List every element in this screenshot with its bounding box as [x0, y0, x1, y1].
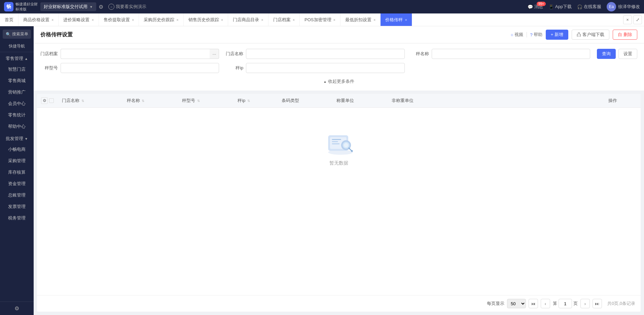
tab-home[interactable]: 首页	[0, 13, 19, 26]
scale-model-input[interactable]	[61, 63, 219, 73]
version-selector[interactable]: 好业财标准版交付试用 ▼	[40, 2, 96, 11]
close-icon[interactable]: ×	[405, 18, 407, 22]
delete-button[interactable]: 自 删除	[613, 30, 637, 40]
gear-icon[interactable]: ⚙	[0, 305, 34, 312]
tab-store-archive[interactable]: 门店档案 ×	[269, 13, 300, 26]
first-page-button[interactable]: ⏮	[529, 299, 538, 308]
prev-page-button[interactable]: ‹	[541, 299, 550, 308]
sort-icon[interactable]: ⇅	[197, 99, 200, 103]
svg-point-7	[351, 150, 353, 152]
tab-store-catalog[interactable]: 门店商品目录 ×	[228, 13, 268, 26]
sidebar-item-marketing[interactable]: 营销推广	[0, 86, 34, 98]
sidebar-group-wholesale: 批发管理 ▼	[0, 132, 34, 144]
col-barcode-type: 条码类型	[278, 94, 332, 108]
message-button[interactable]: 💬 消息 99+	[528, 4, 543, 10]
tab-purchase-history[interactable]: 采购历史价跟踪 ×	[139, 13, 183, 26]
help-link[interactable]: ? 帮助	[530, 32, 542, 38]
table-area: ⚙ 门店名称 ⇅ 秤名称 ⇅	[37, 94, 641, 312]
store-archive-input[interactable]	[61, 49, 210, 59]
close-icon[interactable]: ×	[176, 18, 178, 22]
demo-link[interactable]: ○ 我要看实例演示	[108, 4, 146, 10]
headset-icon: 🎧	[577, 4, 582, 9]
next-page-button[interactable]: ›	[580, 299, 590, 308]
logo: 畅 畅捷通好业财标准版	[4, 2, 38, 12]
user-menu[interactable]: Ea 徐泽华修改	[607, 2, 640, 11]
sidebar-item-help[interactable]: 帮助中心	[0, 121, 34, 132]
sidebar-search: 🔍 搜索菜单	[0, 26, 34, 41]
page-size-select[interactable]: 50 10 20 100	[507, 299, 526, 308]
pagination-info: 算 页	[553, 299, 578, 308]
sidebar-item-invoice[interactable]: 发票管理	[0, 201, 34, 212]
empty-state: 暂无数据	[37, 108, 641, 186]
close-icon[interactable]: ×	[373, 18, 375, 22]
video-icon: ○	[511, 32, 513, 37]
svg-line-6	[349, 148, 352, 151]
sidebar-item-tax[interactable]: 税务管理	[0, 212, 34, 224]
close-icon[interactable]: ×	[221, 18, 223, 22]
close-icon[interactable]: ×	[51, 18, 53, 22]
query-button[interactable]: 查询	[597, 49, 616, 59]
sidebar-group-retail-header[interactable]: 零售管理 ▲	[0, 52, 34, 64]
sidebar-item-retail-stats[interactable]: 零售统计	[0, 109, 34, 121]
pagination: 每页显示 50 10 20 100 ⏮ ‹ 算 页 › ⏭ 共0页,0条记录	[37, 295, 641, 312]
sidebar-item-smart-store[interactable]: 智慧门店	[0, 64, 34, 75]
sidebar-item-ecom[interactable]: 小畅电商	[0, 144, 34, 155]
sidebar-item-inventory[interactable]: 库存核算	[0, 167, 34, 178]
tab-min-discount[interactable]: 最低折扣设置 ×	[341, 13, 381, 26]
collapse-button[interactable]: ▲ 收起更多条件	[323, 78, 354, 84]
table-settings-icon[interactable]: ⚙	[41, 97, 48, 104]
table-header: ⚙ 门店名称 ⇅ 秤名称 ⇅	[37, 94, 641, 108]
search-menu-button[interactable]: 🔍 搜索菜单	[3, 30, 31, 39]
download-icon: 凸	[577, 32, 581, 38]
delete-icon: 自	[618, 32, 622, 38]
top-bar: 畅 畅捷通好业财标准版 好业财标准版交付试用 ▼ ⚙ ○ 我要看实例演示 💬 消…	[0, 0, 644, 13]
tab-price-scale[interactable]: 价格传秤 ×	[381, 13, 412, 26]
sidebar-item-quick-nav[interactable]: 快捷导航	[0, 41, 34, 52]
tab-bar: 首页 商品价格设置 × 进价策略设置 × 售价提取设置 × 采购历史价跟踪 × …	[0, 13, 644, 26]
tab-purchase-strategy[interactable]: 进价策略设置 ×	[59, 13, 99, 26]
sort-icon[interactable]: ⇅	[81, 99, 84, 103]
settings-icon[interactable]: ⚙	[96, 2, 106, 11]
scale-name-input[interactable]	[432, 49, 590, 59]
sidebar-item-finance[interactable]: 资金管理	[0, 178, 34, 189]
close-icon[interactable]: ×	[261, 18, 263, 22]
close-icon[interactable]: ×	[293, 18, 295, 22]
close-tab-button[interactable]: ×	[623, 15, 632, 24]
logo-text: 畅捷通好业财标准版	[15, 2, 38, 12]
setting-button[interactable]: 设置	[618, 49, 637, 59]
add-button[interactable]: + 新增	[546, 30, 568, 40]
sidebar-item-purchase[interactable]: 采购管理	[0, 155, 34, 167]
tab-sale-history[interactable]: 销售历史价跟踪 ×	[184, 13, 228, 26]
page-number-input[interactable]	[559, 299, 572, 308]
sort-icon[interactable]: ⇅	[142, 99, 144, 103]
last-page-button[interactable]: ⏭	[593, 299, 602, 308]
sidebar-group-wholesale-header[interactable]: 批发管理 ▼	[0, 132, 34, 144]
store-archive-input-wrapper: ···	[61, 49, 219, 59]
online-service-button[interactable]: 🎧 在线客服	[577, 4, 601, 10]
maximize-tab-button[interactable]: ⤢	[633, 15, 642, 24]
store-archive-more-button[interactable]: ···	[210, 49, 219, 59]
close-icon[interactable]: ×	[132, 18, 134, 22]
close-icon[interactable]: ×	[333, 18, 335, 22]
scale-ip-field: 秤ip	[226, 63, 404, 73]
tab-pos-manage[interactable]: POS加密管理 ×	[300, 13, 341, 26]
store-name-input[interactable]	[246, 49, 404, 59]
svg-rect-10	[332, 143, 339, 144]
scale-ip-input[interactable]	[246, 63, 404, 73]
video-link[interactable]: ○ 视频	[511, 32, 523, 38]
sort-icon[interactable]: ⇅	[247, 99, 250, 103]
sidebar-item-general-ledger[interactable]: 总账管理	[0, 189, 34, 201]
message-badge: 99+	[537, 2, 546, 6]
sidebar-item-member[interactable]: 会员中心	[0, 98, 34, 109]
message-icon: 💬	[528, 4, 533, 9]
sidebar-item-retail-mall[interactable]: 零售商城	[0, 75, 34, 86]
download-client-button[interactable]: 凸 客户端下载	[572, 30, 609, 40]
tab-sale-price[interactable]: 售价提取设置 ×	[99, 13, 139, 26]
close-icon[interactable]: ×	[92, 18, 94, 22]
page-header-right: ○ 视频 ? 帮助 + 新增 凸 客户端下载 自 删除	[511, 30, 637, 40]
page-title: 价格传秤设置	[40, 31, 73, 38]
app-download-button[interactable]: 📱 App下载	[548, 4, 572, 10]
scale-model-field: 秤型号	[40, 63, 219, 73]
select-all-checkbox[interactable]	[49, 98, 54, 103]
tab-product-price[interactable]: 商品价格设置 ×	[19, 13, 59, 26]
